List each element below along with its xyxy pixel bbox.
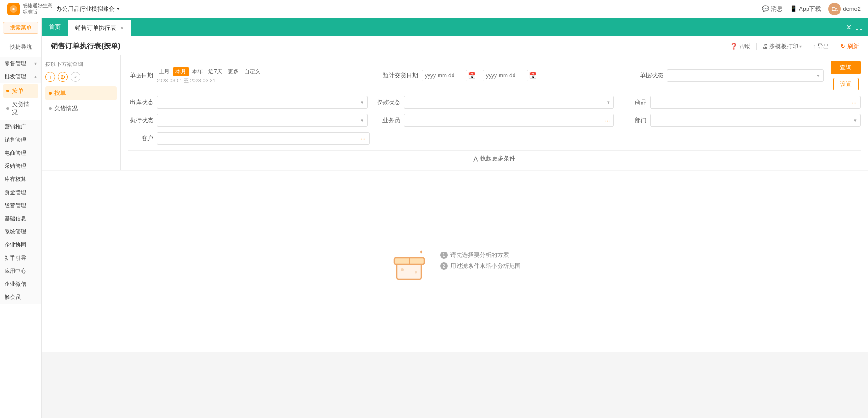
delivery-chevron: ▾ — [361, 100, 363, 105]
date-tab-custom[interactable]: 自定义 — [242, 67, 262, 76]
sidebar-item-inventory[interactable]: 库存核算 — [0, 173, 41, 186]
tab-close-all-btn[interactable]: ✕ — [846, 23, 852, 32]
scheme-debt[interactable]: 欠货情况 — [45, 102, 117, 115]
date-tab-this-month[interactable]: 本月 — [173, 67, 189, 76]
sidebar-item-basic[interactable]: 基础信息 — [0, 212, 41, 225]
settings-filter-btn[interactable]: 设置 — [833, 78, 859, 90]
collapse-sidebar-btn[interactable]: « — [71, 72, 80, 82]
scheme-order-dot — [49, 92, 52, 95]
payment-status-select[interactable]: ▾ — [404, 96, 614, 109]
logo-icon — [7, 3, 20, 15]
expected-date-field: 预计交货日期 📅 — 📅 — [383, 70, 631, 81]
order-status-label: 单据状态 — [638, 71, 663, 80]
sidebar-item-marketing[interactable]: 营销推广 — [0, 120, 41, 133]
refresh-btn[interactable]: ↻ 刷新 — [840, 43, 859, 51]
expected-date-start[interactable] — [422, 70, 467, 81]
sidebar-item-wechat[interactable]: 企业微信 — [0, 278, 41, 291]
divider3 — [835, 43, 835, 50]
sidebar-item-newbie[interactable]: 新手引导 — [0, 252, 41, 265]
sidebar-item-purchase[interactable]: 采购管理 — [0, 160, 41, 173]
salesperson-select[interactable]: ··· — [404, 114, 614, 127]
tab-sales-exec[interactable]: 销售订单执行表 ✕ — [68, 20, 131, 36]
user-avatar-btn[interactable]: Ea demo2 — [828, 3, 861, 15]
sidebar-item-system[interactable]: 系统管理 — [0, 225, 41, 238]
add-scheme-btn[interactable]: + — [45, 72, 55, 82]
sidebar-sub-debt[interactable]: 欠货情况 — [0, 99, 41, 119]
exec-chevron: ▾ — [361, 118, 363, 124]
empty-hint-1: 1 请先选择要分析的方案 — [440, 251, 521, 259]
expected-date-end[interactable] — [483, 70, 528, 81]
date-tab-this-year[interactable]: 本年 — [190, 67, 205, 76]
top-header: 畅捷通好生意 标准版 办公用品行业模拟账套 ▾ 💬 消息 📱 App下载 Ea … — [0, 0, 868, 18]
exec-status-field: 执行状态 ▾ — [128, 114, 368, 127]
query-btn[interactable]: 查询 — [831, 61, 861, 74]
payment-chevron: ▾ — [607, 100, 610, 105]
sidebar-sub-order[interactable]: 按单 — [3, 84, 38, 98]
breadcrumb-arrow: ▾ — [117, 5, 120, 12]
help-icon: ❓ — [730, 43, 737, 50]
sidebar-item-wholesale[interactable]: 批发管理 ▴ — [0, 70, 41, 83]
filter-form: 单据日期 上月 本月 本年 近7天 更多 自定义 20 — [121, 55, 868, 170]
tab-fullscreen-btn[interactable]: ⛶ — [855, 23, 863, 31]
print-btn[interactable]: 🖨 按模板打印 ▾ — [762, 43, 802, 51]
sidebar-item-ecommerce[interactable]: 电商管理 — [0, 147, 41, 160]
exec-status-select[interactable]: ▾ — [157, 114, 368, 127]
page-content: 销售订单执行表(按单) ❓ 帮助 🖨 按模板打印 ▾ ↑ — [42, 36, 868, 418]
message-icon: 💬 — [762, 5, 769, 12]
product-dots-btn: ··· — [852, 99, 857, 106]
collapse-icon: ⋀ — [473, 155, 478, 162]
message-btn[interactable]: 💬 消息 — [762, 5, 783, 13]
salesperson-dots-btn: ··· — [605, 117, 610, 124]
app-download-btn[interactable]: 📱 App下载 — [790, 5, 821, 13]
sidebar-item-finance[interactable]: 资金管理 — [0, 186, 41, 199]
quick-nav-section: 快捷导航 — [0, 38, 41, 57]
sidebar-item-retail[interactable]: 零售管理 ▾ — [0, 57, 41, 70]
help-btn[interactable]: ❓ 帮助 — [730, 43, 751, 51]
sidebar-item-appstore[interactable]: 应用中心 — [0, 265, 41, 278]
tab-home[interactable]: 首页 — [42, 18, 68, 36]
date-tab-last-month[interactable]: 上月 — [157, 67, 171, 76]
export-btn[interactable]: ↑ 导出 — [813, 43, 830, 51]
product-select[interactable]: ··· — [650, 96, 861, 109]
filter-panel: 按以下方案查询 + ⚙ « 按单 欠货情况 — [42, 55, 868, 170]
customer-select[interactable]: ··· — [157, 132, 370, 145]
search-menu-btn[interactable]: 搜索菜单 — [3, 22, 38, 34]
order-dot-icon — [6, 90, 9, 92]
sidebar-item-operation[interactable]: 经营管理 — [0, 199, 41, 212]
exec-status-label: 执行状态 — [128, 116, 153, 124]
filter-sidebar: 按以下方案查询 + ⚙ « 按单 欠货情况 — [42, 55, 121, 170]
customer-label: 客户 — [128, 134, 153, 142]
tab-bar-actions: ✕ ⛶ — [846, 23, 868, 32]
print-arrow: ▾ — [799, 44, 802, 49]
date-tab-more[interactable]: 更多 — [226, 67, 241, 76]
salesperson-field: 业务员 ··· — [375, 114, 614, 127]
calendar-end-icon[interactable]: 📅 — [529, 72, 537, 79]
calendar-start-icon[interactable]: 📅 — [468, 72, 476, 79]
collapse-more-btn[interactable]: ⋀ 收起更多条件 — [473, 154, 515, 162]
department-select[interactable]: ▾ — [650, 114, 861, 127]
tab-close-btn[interactable]: ✕ — [120, 25, 124, 31]
sidebar-item-sales[interactable]: 销售管理 — [0, 133, 41, 147]
date-tab-7days[interactable]: 近7天 — [207, 67, 224, 76]
customer-dots-btn: ··· — [361, 135, 366, 142]
breadcrumb-selector[interactable]: 办公用品行业模拟账套 ▾ — [56, 5, 120, 13]
main-layout: 搜索菜单 快捷导航 零售管理 ▾ 批发管理 ▴ 按单 欠货情况 营销推广 销售管… — [0, 18, 868, 418]
payment-status-field: 收款状态 ▾ — [375, 96, 614, 109]
empty-state: ✦ 1 请先选择要分析的方案 — [389, 242, 521, 282]
delivery-status-select[interactable]: ▾ — [157, 96, 368, 109]
sidebar-item-enterprise[interactable]: 企业协同 — [0, 238, 41, 252]
svg-point-6 — [415, 271, 417, 274]
order-status-select[interactable]: ▾ — [667, 69, 824, 82]
product-field: 商品 ··· — [621, 96, 861, 109]
date-label: 单据日期 — [128, 71, 153, 80]
scheme-order[interactable]: 按单 — [45, 86, 117, 100]
sidebar-item-member[interactable]: 畅会员 — [0, 291, 41, 304]
tab-bar: 首页 销售订单执行表 ✕ ✕ ⛶ — [42, 18, 868, 36]
sidebar-item-quicknav[interactable]: 快捷导航 — [0, 41, 41, 54]
print-icon: 🖨 — [762, 43, 768, 50]
content-area: 首页 销售订单执行表 ✕ ✕ ⛶ 销售订单执行表(按单) ❓ 帮助 — [42, 18, 868, 418]
top-left: 畅捷通好生意 标准版 办公用品行业模拟账套 ▾ — [7, 3, 120, 15]
sidebar-retail-label: 零售管理 — [5, 60, 26, 67]
settings-scheme-btn[interactable]: ⚙ — [58, 72, 68, 82]
empty-hint-2: 2 用过滤条件来缩小分析范围 — [440, 262, 521, 270]
